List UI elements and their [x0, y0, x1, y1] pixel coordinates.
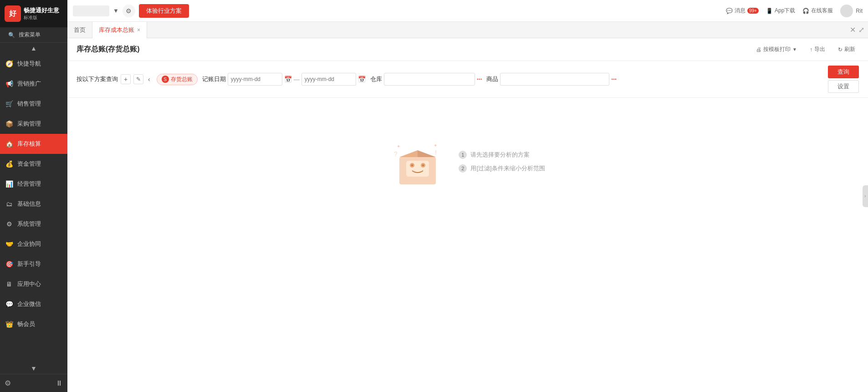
scroll-down-btn[interactable]: ▼: [0, 363, 67, 374]
scroll-up-btn[interactable]: ▲: [0, 43, 67, 54]
warehouse-more-btn[interactable]: ···: [477, 76, 482, 83]
basic-icon: 🗂: [5, 199, 14, 209]
search-menu[interactable]: 🔍 搜索菜单: [0, 27, 67, 43]
sales-icon: 🛒: [5, 99, 14, 108]
business-icon: 📊: [5, 179, 14, 188]
sidebar-item-business[interactable]: 📊 经营管理: [0, 174, 67, 194]
system-icon: ⚙: [5, 219, 14, 229]
hint-item-2: 2 用[过滤]条件来缩小分析范围: [459, 164, 545, 173]
sidebar-item-system[interactable]: ⚙ 系统管理: [0, 214, 67, 234]
top-bar-right: 💬 消息 99+ 📱 App下载 🎧 在线客服 Rit: [726, 5, 863, 17]
app-download-btn[interactable]: 📱 App下载: [766, 7, 795, 15]
sidebar-item-sales[interactable]: 🛒 销售管理: [0, 94, 67, 114]
scheme-add-btn[interactable]: +: [121, 74, 131, 84]
filter-fields: 记账日期 📅 — 📅 仓库 ··· 商品 ···: [202, 73, 823, 86]
breadcrumb-dropdown-icon[interactable]: ▼: [113, 7, 119, 14]
tab-close-btn[interactable]: ×: [137, 27, 140, 33]
hint-num-1: 1: [459, 151, 467, 159]
calendar-to-icon[interactable]: 📅: [358, 76, 366, 83]
tab-close-all-icon[interactable]: ✕: [850, 25, 856, 34]
empty-hints: 1 请先选择要分析的方案 2 用[过滤]条件来缩小分析范围: [459, 151, 545, 173]
sidebar-item-vip[interactable]: 👑 畅会员: [0, 314, 67, 334]
quick-nav-icon: 🧭: [5, 59, 14, 68]
warehouse-field-group: 仓库 ···: [370, 73, 482, 86]
top-bar-left: ▼ ⚙ 体验行业方案: [73, 4, 189, 18]
industry-btn[interactable]: 体验行业方案: [139, 4, 189, 18]
vip-icon: 👑: [5, 320, 14, 329]
settings-bottom-btn[interactable]: ⚙: [5, 379, 11, 387]
scheme-edit-btn[interactable]: ✎: [133, 74, 143, 84]
sidebar: 好 畅捷通好生意 标准版 🔍 搜索菜单 ▲ 🧭 快捷导航 📢 营销推广 🛒 销售…: [0, 0, 67, 392]
app-logo: 好 畅捷通好生意 标准版: [0, 0, 67, 27]
refresh-btn[interactable]: ↻ 刷新: [834, 44, 859, 55]
svg-point-6: [422, 164, 424, 166]
sidebar-item-inventory[interactable]: 🏠 库存核算: [0, 134, 67, 154]
product-input[interactable]: [500, 73, 609, 86]
logo-icon: 好: [5, 5, 21, 22]
sidebar-bottom: ⚙ ⏸: [0, 374, 67, 392]
warehouse-input[interactable]: [384, 73, 475, 86]
scheme-collapse-btn[interactable]: ‹: [146, 76, 152, 83]
filter-scheme-bar: 按以下方案查询 + ✎ ‹: [77, 74, 152, 84]
sidebar-item-marketing[interactable]: 📢 营销推广: [0, 74, 67, 94]
svg-point-5: [411, 164, 413, 166]
filter-actions: 查询 设置: [828, 66, 859, 93]
sidebar-item-app-center[interactable]: 🖥 应用中心: [0, 274, 67, 294]
sidebar-item-basic[interactable]: 🗂 基础信息: [0, 194, 67, 214]
svg-rect-2: [406, 161, 429, 177]
sidebar-item-wechat[interactable]: 💬 企业微信: [0, 294, 67, 314]
app-center-icon: 🖥: [5, 280, 14, 289]
right-sidebar-toggle[interactable]: ›: [863, 185, 868, 207]
messages-badge: 99+: [747, 8, 759, 14]
user-area[interactable]: Rit: [840, 5, 863, 17]
page-header-actions: 🖨 按模板打印 ▼ ↑ 导出 ↻ 刷新: [752, 44, 859, 55]
hint-item-1: 1 请先选择要分析的方案: [459, 151, 545, 159]
sidebar-item-newbie[interactable]: 🎯 新手引导: [0, 254, 67, 274]
tab-expand-icon[interactable]: ⤢: [858, 25, 864, 34]
print-btn[interactable]: 🖨 按模板打印 ▼: [752, 44, 801, 55]
filter-label: 按以下方案查询: [77, 75, 118, 83]
svg-text:!: !: [435, 149, 437, 156]
inventory-icon: 🏠: [5, 139, 14, 148]
filter-settings-btn[interactable]: 设置: [828, 80, 859, 93]
empty-illustration: ? ! ✦ ✦: [390, 134, 445, 189]
marketing-icon: 📢: [5, 79, 14, 88]
wechat-icon: 💬: [5, 300, 14, 309]
scheme-item-stock[interactable]: S 存货总账: [157, 74, 198, 85]
page-content: 库存总账(存货总账) 🖨 按模板打印 ▼ ↑ 导出 ↻ 刷新: [67, 38, 868, 392]
top-bar: ▼ ⚙ 体验行业方案 💬 消息 99+ 📱 App下载 🎧 在线客服 Rit: [67, 0, 868, 22]
scheme-item-icon: S: [162, 76, 169, 83]
topbar-settings-btn[interactable]: ⚙: [123, 5, 135, 17]
sidebar-item-cooperation[interactable]: 🤝 企业协同: [0, 234, 67, 254]
query-btn[interactable]: 查询: [828, 66, 859, 78]
cooperation-icon: 🤝: [5, 239, 14, 249]
tab-inventory-ledger[interactable]: 库存成本总账 ×: [92, 22, 147, 38]
svg-text:✦: ✦: [397, 144, 400, 149]
calendar-from-icon[interactable]: 📅: [284, 76, 292, 83]
refresh-icon: ↻: [838, 46, 842, 53]
svg-text:?: ?: [394, 150, 398, 158]
empty-state: ? ! ✦ ✦ 1 请先选择要分析的方案 2 用[过滤]条件来缩小分析范围: [67, 98, 868, 225]
tab-home[interactable]: 首页: [67, 22, 92, 38]
product-more-btn[interactable]: ···: [611, 76, 617, 83]
svg-text:✦: ✦: [434, 143, 437, 148]
date-to-input[interactable]: [301, 73, 356, 86]
date-field-label: 记账日期: [202, 75, 226, 83]
print-dropdown-icon[interactable]: ▼: [792, 47, 797, 52]
user-name: Rit: [856, 8, 863, 14]
filter-bar: 按以下方案查询 + ✎ ‹ S 存货总账 记账日期 📅 — 📅: [67, 61, 868, 98]
export-btn[interactable]: ↑ 导出: [806, 44, 829, 55]
sidebar-item-quick-nav[interactable]: 🧭 快捷导航: [0, 54, 67, 74]
sidebar-item-finance[interactable]: 💰 资金管理: [0, 154, 67, 174]
sidebar-item-purchase[interactable]: 📦 采购管理: [0, 114, 67, 134]
messages-btn[interactable]: 💬 消息 99+: [726, 7, 759, 15]
audio-bottom-btn[interactable]: ⏸: [56, 379, 63, 387]
user-avatar: [840, 5, 853, 17]
breadcrumb-input[interactable]: [73, 5, 109, 16]
phone-icon: 📱: [766, 8, 773, 14]
headset-icon: 🎧: [802, 8, 809, 14]
online-service-btn[interactable]: 🎧 在线客服: [802, 7, 833, 15]
date-from-input[interactable]: [228, 73, 282, 86]
page-title: 库存总账(存货总账): [77, 45, 140, 54]
message-icon: 💬: [726, 8, 733, 14]
